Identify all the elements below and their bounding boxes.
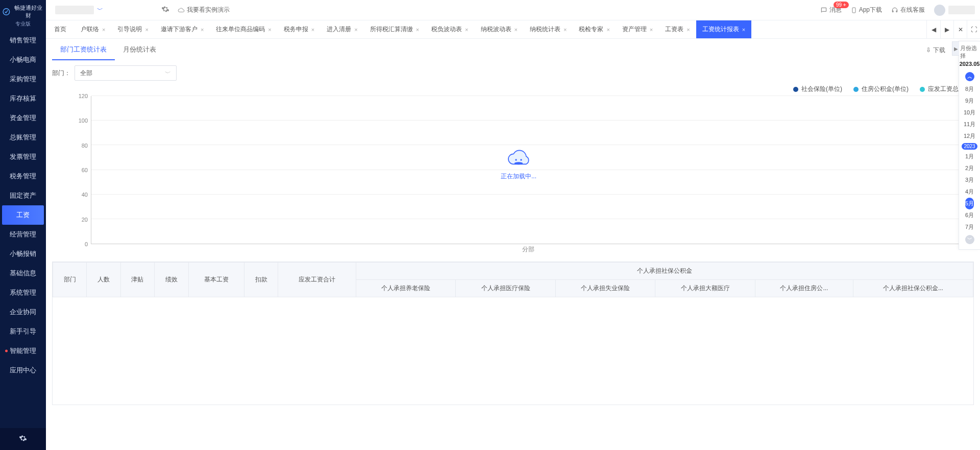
sidebar-item-4[interactable]: 资金管理	[0, 108, 46, 128]
sidebar-item-7[interactable]: 税务管理	[0, 167, 46, 186]
tab-home[interactable]: 首页	[46, 20, 75, 38]
sidebar-item-17[interactable]: 应用中心	[0, 361, 46, 380]
tab-1[interactable]: 引导说明×	[111, 20, 154, 38]
legend-dot-icon	[920, 87, 925, 92]
month-option[interactable]: 4月	[965, 186, 974, 198]
sidebar-item-10[interactable]: 经营管理	[0, 225, 46, 244]
month-option[interactable]: 5月	[965, 198, 974, 209]
close-icon[interactable]: ×	[311, 27, 314, 33]
close-icon[interactable]: ×	[564, 27, 567, 33]
close-icon[interactable]: ×	[465, 27, 468, 33]
month-option[interactable]: 11月	[964, 119, 975, 130]
online-service-button[interactable]: 在线客服	[891, 6, 925, 14]
app-download-button[interactable]: App下载	[851, 6, 882, 14]
y-tick: 20	[72, 217, 88, 223]
close-icon[interactable]: ×	[201, 27, 204, 33]
tab-4[interactable]: 税务申报×	[278, 20, 321, 38]
sidebar-item-label: 企业协同	[10, 308, 36, 316]
month-option[interactable]: 1月	[965, 151, 974, 162]
sidebar-item-8[interactable]: 固定资产	[0, 186, 46, 205]
tab-7[interactable]: 税负波动表×	[425, 20, 474, 38]
month-option[interactable]: 12月	[964, 130, 975, 142]
close-icon[interactable]: ×	[145, 27, 148, 33]
sidebar-item-5[interactable]: 总账管理	[0, 128, 46, 147]
dept-select[interactable]: 全部 ﹀	[75, 65, 177, 81]
tab-8[interactable]: 纳税波动表×	[475, 20, 524, 38]
tab-scroll-left[interactable]: ◀	[927, 20, 940, 39]
legend-item-0[interactable]: 社会保险(单位)	[793, 85, 842, 93]
month-option[interactable]: 7月	[965, 221, 974, 233]
table-sub-header: 个人承担失业保险	[555, 280, 655, 297]
messages-button[interactable]: 消息 99 +	[820, 6, 842, 14]
close-icon[interactable]: ×	[514, 27, 518, 33]
month-option[interactable]: 10月	[964, 107, 975, 119]
tab-13[interactable]: 工资统计报表×	[696, 20, 751, 38]
sidebar-item-1[interactable]: 小畅电商	[0, 50, 46, 69]
sidebar-item-14[interactable]: 企业协同	[0, 302, 46, 322]
online-service-label: 在线客服	[900, 6, 925, 14]
svg-point-3	[515, 159, 517, 161]
fullscreen-button[interactable]: ⛶	[967, 20, 980, 39]
close-icon[interactable]: ×	[687, 27, 690, 33]
tab-11[interactable]: 资产管理×	[616, 20, 659, 38]
month-option[interactable]: 3月	[965, 174, 974, 186]
sidebar: 畅捷通好业财 专业版 销售管理小畅电商采购管理库存核算资金管理总账管理发票管理税…	[0, 0, 46, 450]
tab-9[interactable]: 纳税统计表×	[524, 20, 573, 38]
subtab-1[interactable]: 月份统计表	[115, 40, 164, 60]
sidebar-item-12[interactable]: 基础信息	[0, 264, 46, 283]
close-icon[interactable]: ×	[102, 27, 105, 33]
org-settings-button[interactable]	[161, 5, 169, 15]
sidebar-item-11[interactable]: 小畅报销	[0, 244, 46, 264]
download-button[interactable]: ⇩ 下载	[926, 46, 945, 55]
month-scroll-down[interactable]: ︾	[965, 235, 974, 244]
close-icon[interactable]: ×	[742, 27, 745, 33]
gear-icon	[19, 434, 27, 442]
sidebar-item-15[interactable]: 新手引导	[0, 322, 46, 341]
month-scroll-up[interactable]: ︽	[965, 72, 974, 81]
month-option[interactable]: 2月	[965, 162, 974, 174]
legend-label: 社会保险(单位)	[801, 85, 842, 93]
close-icon[interactable]: ×	[268, 27, 271, 33]
sidebar-item-13[interactable]: 系统管理	[0, 283, 46, 302]
close-icon[interactable]: ×	[606, 27, 609, 33]
tab-controls: ◀ ▶ ✕ ⛶	[926, 20, 980, 38]
month-option[interactable]: 8月	[964, 83, 975, 95]
sidebar-item-9[interactable]: 工资	[2, 205, 44, 225]
month-option[interactable]: 9月	[964, 95, 975, 107]
close-icon[interactable]: ×	[354, 27, 357, 33]
tab-5[interactable]: 进入清册×	[321, 20, 363, 38]
subtab-0[interactable]: 部门工资统计表	[52, 40, 115, 60]
sidebar-item-3[interactable]: 库存核算	[0, 89, 46, 108]
org-selector[interactable]: ﹀	[51, 4, 158, 16]
tab-6[interactable]: 所得税汇算清缴×	[364, 20, 425, 38]
sidebar-item-0[interactable]: 销售管理	[0, 31, 46, 50]
demo-link[interactable]: 我要看实例演示	[178, 6, 230, 14]
sidebar-item-label: 总账管理	[10, 133, 36, 141]
tab-2[interactable]: 邀请下游客户×	[155, 20, 210, 38]
sidebar-item-16[interactable]: 智能管理	[0, 341, 46, 361]
sidebar-item-label: 经营管理	[10, 230, 36, 238]
close-icon[interactable]: ×	[416, 27, 419, 33]
month-option[interactable]: 6月	[965, 209, 974, 221]
month-panel-year-badge: 2023	[962, 143, 977, 150]
user-menu[interactable]	[934, 5, 975, 16]
legend-item-1[interactable]: 住房公积金(单位)	[853, 85, 909, 93]
legend-item-2[interactable]: 应发工资总额	[920, 85, 965, 93]
sidebar-settings-button[interactable]	[0, 428, 46, 450]
tab-close-all[interactable]: ✕	[953, 20, 967, 39]
tab-0[interactable]: 户联络×	[75, 20, 111, 38]
tab-scroll-right[interactable]: ▶	[940, 20, 953, 39]
sidebar-item-label: 新手引导	[10, 327, 36, 335]
tab-3[interactable]: 往来单位商品编码×	[210, 20, 277, 38]
table-group-header: 个人承担社保公积金	[356, 263, 973, 280]
tab-10[interactable]: 税检专家×	[573, 20, 616, 38]
phone-icon	[851, 7, 857, 14]
sidebar-item-6[interactable]: 发票管理	[0, 147, 46, 167]
sidebar-item-2[interactable]: 采购管理	[0, 69, 46, 89]
tab-label: 税务申报	[284, 25, 308, 34]
tab-label: 纳税波动表	[481, 25, 511, 34]
month-panel-toggle[interactable]: ▶	[952, 41, 959, 56]
tab-12[interactable]: 工资表×	[659, 20, 696, 38]
tab-label: 邀请下游客户	[161, 25, 198, 34]
close-icon[interactable]: ×	[650, 27, 653, 33]
